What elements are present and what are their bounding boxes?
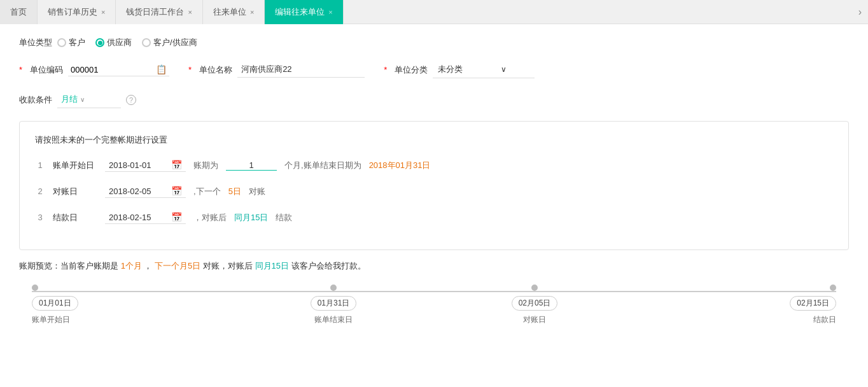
timeline-label-0: 账单开始日 [32, 314, 70, 325]
period-row-1: 1 账单开始日 📅 账期为 个月,账单结束日期为 2018年01月31日 [35, 158, 833, 172]
reconcile-date-wrapper: 📅 [105, 185, 186, 198]
close-icon[interactable]: × [101, 8, 105, 16]
payment-terms-select[interactable]: 月结 ∨ [57, 91, 121, 108]
radio-circle-customer [57, 38, 66, 47]
calendar-icon-2[interactable]: 📅 [171, 186, 182, 196]
timeline-label-2: 对账日 [523, 314, 546, 325]
radio-label-supplier: 供应商 [107, 37, 132, 48]
tab-label: 销售订单历史 [48, 6, 97, 18]
payment-terms-row: 收款条件 月结 ∨ ? [19, 91, 849, 108]
timeline-dot-1 [330, 285, 337, 291]
calendar-icon-1[interactable]: 📅 [171, 160, 182, 170]
chevron-down-icon: ∨ [80, 96, 85, 103]
radio-circle-both [142, 38, 151, 47]
tab-home[interactable]: 首页 [0, 0, 38, 24]
unit-code-input[interactable] [71, 65, 153, 74]
period-desc-prefix-2: ,下一个 [193, 186, 221, 197]
period-num-2: 2 [35, 186, 45, 196]
required-star-code: * [19, 65, 22, 74]
unit-name-group: * 单位名称 [188, 62, 365, 78]
timeline-dot-3 [830, 285, 836, 291]
period-desc-suffix-2: 对账 [249, 186, 265, 197]
unit-name-label: 单位名称 [199, 64, 232, 76]
close-icon[interactable]: × [250, 8, 254, 16]
tab-nav-arrow[interactable]: › [852, 0, 868, 24]
chevron-down-icon: ∨ [501, 65, 507, 74]
start-date-input[interactable] [109, 160, 166, 170]
radio-both[interactable]: 客户/供应商 [142, 37, 197, 48]
tab-cash-ledger[interactable]: 钱货日清工作台 × [116, 0, 202, 24]
period-field-label-2: 对账日 [53, 186, 97, 197]
timeline-label-3: 结款日 [813, 314, 836, 325]
payment-terms-label: 收款条件 [19, 94, 52, 106]
tab-label: 首页 [10, 6, 27, 18]
unit-code-field-wrapper: 📋 [68, 63, 169, 76]
preview-part1: 1个月 [121, 261, 142, 271]
unit-type-row: 单位类型 客户 供应商 客户/供应商 [19, 37, 849, 48]
preview-prefix: 账期预览：当前客户账期是 [19, 261, 118, 271]
preview-mid: 对账，对账后 [203, 261, 253, 271]
period-row-2: 2 对账日 📅 ,下一个 5日 对账 [35, 185, 833, 198]
radio-customer[interactable]: 客户 [57, 37, 85, 48]
timeline-badge-3: 02月15日 [790, 296, 836, 311]
radio-group: 客户 供应商 客户/供应商 [57, 37, 197, 48]
period-highlight-date-1: 2018年01月31日 [369, 160, 431, 171]
tab-edit-partner[interactable]: 编辑往来单位 × [265, 0, 343, 24]
tab-label: 往来单位 [213, 6, 246, 18]
help-icon[interactable]: ? [126, 95, 136, 105]
period-num-3: 3 [35, 213, 45, 222]
timeline: 01月01日 账单开始日 01月31日 账单结束日 02月05日 对账日 02月… [19, 285, 849, 325]
required-star-category: * [384, 65, 387, 74]
required-star-name: * [188, 65, 192, 74]
payment-terms-value: 月结 [61, 94, 78, 105]
unit-type-label: 单位类型 [19, 37, 52, 48]
timeline-dot-0 [32, 285, 38, 291]
radio-label-both: 客户/供应商 [153, 37, 197, 48]
tab-partner-units[interactable]: 往来单位 × [203, 0, 265, 24]
radio-supplier[interactable]: 供应商 [95, 37, 132, 48]
period-desc-suffix-3: 结款 [276, 212, 292, 223]
unit-category-label: 单位分类 [395, 64, 428, 76]
timeline-badge-0: 01月01日 [32, 296, 78, 311]
payment-terms-group: 收款条件 月结 ∨ ? [19, 91, 136, 108]
unit-name-input[interactable] [237, 62, 365, 78]
period-highlight-2: 5日 [228, 186, 241, 197]
preview-suffix: 该客户会给我打款。 [291, 261, 366, 271]
tab-label: 编辑往来单位 [275, 6, 325, 18]
period-field-label-3: 结款日 [53, 212, 97, 223]
period-highlight-3: 同月15日 [234, 212, 268, 223]
period-box-title: 请按照未来的一个完整帐期进行设置 [35, 134, 833, 146]
timeline-badge-1: 01月31日 [311, 296, 357, 311]
period-desc-prefix-3: ，对账后 [193, 212, 227, 223]
preview-part3: 同月15日 [255, 261, 289, 271]
unit-type-group: 单位类型 客户 供应商 客户/供应商 [19, 37, 197, 48]
unit-code-label: 单位编码 [30, 64, 63, 76]
period-settings-box: 请按照未来的一个完整帐期进行设置 1 账单开始日 📅 账期为 个月,账单结束日期… [19, 121, 849, 250]
preview-comma: ， [144, 261, 152, 271]
timeline-item-2: 02月05日 对账日 [434, 285, 635, 325]
unit-category-select[interactable]: 未分类 ∨ [433, 61, 535, 78]
radio-circle-supplier [95, 38, 104, 47]
timeline-item-1: 01月31日 账单结束日 [233, 285, 434, 325]
unit-category-value: 未分类 [438, 64, 463, 75]
unit-code-group: * 单位编码 📋 [19, 63, 169, 76]
tab-label: 钱货日清工作台 [126, 6, 184, 18]
payment-date-wrapper: 📅 [105, 211, 186, 224]
radio-label-customer: 客户 [69, 37, 85, 48]
reconcile-date-input[interactable] [109, 186, 166, 196]
copy-icon[interactable]: 📋 [156, 64, 167, 74]
unit-category-group: * 单位分类 未分类 ∨ [384, 61, 535, 78]
payment-date-input[interactable] [109, 213, 166, 222]
preview-part2: 下一个月5日 [155, 261, 200, 271]
calendar-icon-3[interactable]: 📅 [171, 212, 182, 222]
period-number-input[interactable] [226, 160, 277, 171]
close-icon[interactable]: × [328, 8, 332, 16]
timeline-label-1: 账单结束日 [314, 314, 353, 325]
tab-sales-order-history[interactable]: 销售订单历史 × [38, 0, 116, 24]
timeline-item-0: 01月01日 账单开始日 [32, 285, 233, 325]
period-num-1: 1 [35, 160, 45, 170]
preview-text: 账期预览：当前客户账期是 1个月 ， 下一个月5日 对账，对账后 同月15日 该… [19, 260, 849, 272]
close-icon[interactable]: × [188, 8, 192, 16]
period-row-3: 3 结款日 📅 ，对账后 同月15日 结款 [35, 211, 833, 224]
unit-info-row: * 单位编码 📋 * 单位名称 * 单位分类 未分类 ∨ [19, 61, 849, 78]
